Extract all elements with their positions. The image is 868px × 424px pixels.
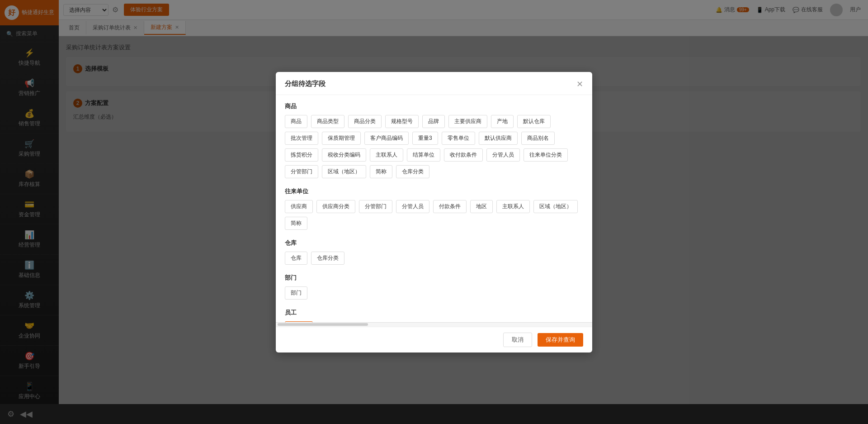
save-query-button[interactable]: 保存并查询 [538,333,583,347]
modal-overlay: 分组待选字段 ✕ 商品商品商品类型商品分类规格型号品牌主要供应商产地默认仓库批次… [0,0,868,424]
field-tag-origin[interactable]: 产地 [491,115,514,128]
field-tag-payment-terms[interactable]: 收付款条件 [444,148,483,162]
field-tag-wh-cat[interactable]: 仓库分类 [311,252,344,265]
field-tag-dept-main[interactable]: 部门 [285,286,307,300]
field-section-title-goods: 商品 [285,102,583,110]
field-tag-manager[interactable]: 分管人员 [486,148,520,162]
modal-footer: 取消 保存并查询 [276,327,592,353]
field-section-title-partner: 往来单位 [285,187,583,195]
field-section-partner: 往来单位供应商供应商分类分管部门分管人员付款条件地区主联系人区域（地区）简称 [285,187,583,230]
field-tag-region3[interactable]: 区域（地区） [533,200,578,213]
field-tags-partner: 供应商供应商分类分管部门分管人员付款条件地区主联系人区域（地区）简称 [285,200,583,230]
field-tag-supplier-cat[interactable]: 供应商分类 [316,200,355,213]
field-section-title-warehouse: 仓库 [285,239,583,247]
field-tag-weight3[interactable]: 重量3 [412,132,438,145]
field-section-staff: 员工业务员 [285,309,583,323]
field-tag-spec-type[interactable]: 规格型号 [385,115,419,128]
modal-title: 分组待选字段 [285,80,326,88]
field-tag-goods-type[interactable]: 商品类型 [311,115,344,128]
field-tag-short-name[interactable]: 简称 [370,165,392,178]
field-tag-default-warehouse[interactable]: 默认仓库 [517,115,551,128]
field-tag-main-contact2[interactable]: 主联系人 [496,200,530,213]
field-tag-settle-unit[interactable]: 结算单位 [407,148,440,162]
field-tag-dept-mgmt[interactable]: 分管部门 [285,165,318,178]
field-section-dept: 部门部门 [285,274,583,300]
modal-close-button[interactable]: ✕ [576,79,583,89]
field-tag-tax-code[interactable]: 税收分类编码 [322,148,366,162]
field-tag-goods[interactable]: 商品 [285,115,307,128]
modal-horizontal-scrollbar[interactable] [276,322,592,326]
field-tag-customer-code[interactable]: 客户商品编码 [364,132,409,145]
field-section-goods: 商品商品商品类型商品分类规格型号品牌主要供应商产地默认仓库批次管理保质期管理客户… [285,102,583,178]
field-tag-warehouse-cat[interactable]: 仓库分类 [396,165,429,178]
field-section-warehouse: 仓库仓库仓库分类 [285,239,583,265]
field-tag-wh[interactable]: 仓库 [285,252,307,265]
field-tag-region2[interactable]: 地区 [470,200,493,213]
modal-header: 分组待选字段 ✕ [276,72,592,95]
field-tag-goods-alias[interactable]: 商品别名 [521,132,555,145]
field-tag-default-supplier[interactable]: 默认供应商 [479,132,518,145]
field-tag-retail-unit[interactable]: 零售单位 [442,132,475,145]
field-tag-batch-mgmt[interactable]: 批次管理 [285,132,318,145]
field-tag-main-supplier[interactable]: 主要供应商 [448,115,487,128]
modal: 分组待选字段 ✕ 商品商品商品类型商品分类规格型号品牌主要供应商产地默认仓库批次… [276,72,592,353]
field-tags-goods: 商品商品类型商品分类规格型号品牌主要供应商产地默认仓库批次管理保质期管理客户商品… [285,115,583,178]
field-tag-pay-cond[interactable]: 付款条件 [433,200,467,213]
field-tag-dept[interactable]: 分管部门 [359,200,392,213]
field-tag-pickup-points[interactable]: 拣货积分 [285,148,318,162]
field-section-title-staff: 员工 [285,309,583,317]
modal-body[interactable]: 商品商品商品类型商品分类规格型号品牌主要供应商产地默认仓库批次管理保质期管理客户… [276,95,592,323]
field-tag-source-unit-cat[interactable]: 往来单位分类 [524,148,568,162]
field-tags-dept: 部门 [285,286,583,300]
field-tag-supplier[interactable]: 供应商 [285,200,313,213]
modal-hscroll-bar [278,323,368,326]
field-tag-brand[interactable]: 品牌 [422,115,445,128]
field-tag-goods-category[interactable]: 商品分类 [348,115,382,128]
field-tag-main-contact[interactable]: 主联系人 [370,148,403,162]
cancel-button[interactable]: 取消 [503,333,532,347]
field-tags-warehouse: 仓库仓库分类 [285,252,583,265]
field-tag-short2[interactable]: 简称 [285,217,307,230]
field-tag-dept-person[interactable]: 分管人员 [396,200,429,213]
field-tag-region[interactable]: 区域（地区） [322,165,366,178]
field-section-title-dept: 部门 [285,274,583,282]
field-tag-quality-mgmt[interactable]: 保质期管理 [322,132,361,145]
